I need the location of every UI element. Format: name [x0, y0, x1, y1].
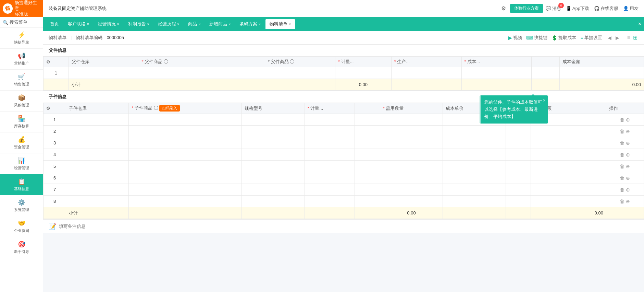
- child-row-3-qty[interactable]: [380, 137, 443, 149]
- sidebar-item-system[interactable]: ⚙️ 系统管理: [0, 195, 43, 216]
- child-row-6-qty[interactable]: [380, 172, 443, 184]
- copy-icon-8[interactable]: ⊕: [626, 199, 630, 204]
- delete-icon-6[interactable]: 🗑: [620, 175, 624, 181]
- tab-bom-close[interactable]: ×: [289, 22, 291, 26]
- child-row-1-qty[interactable]: [380, 114, 443, 126]
- child-row-2-product[interactable]: [129, 126, 242, 137]
- scan-button[interactable]: 扫码录入: [159, 105, 180, 112]
- tab-bom[interactable]: 物料清单 ×: [265, 19, 295, 29]
- tab-profit-report-close[interactable]: ×: [147, 22, 149, 26]
- sidebar-item-basic-info[interactable]: 📋 基础信息: [0, 174, 43, 195]
- copy-icon-7[interactable]: ⊕: [626, 187, 630, 192]
- child-row-1-unit[interactable]: [305, 114, 355, 126]
- child-row-5-product[interactable]: [129, 161, 242, 172]
- sidebar-item-inventory[interactable]: 🏪 库存核算: [0, 112, 43, 132]
- tab-ops-history[interactable]: 经营历程 ×: [154, 19, 184, 29]
- tab-products[interactable]: 商品 ×: [184, 19, 205, 29]
- child-row-6-unit[interactable]: [305, 172, 355, 184]
- copy-icon-2[interactable]: ⊕: [626, 129, 630, 134]
- child-row-7-qty[interactable]: [380, 184, 443, 196]
- child-row-3-product[interactable]: [129, 137, 242, 149]
- online-service-action[interactable]: 🎧 在线客服: [594, 5, 618, 12]
- child-row-7-product[interactable]: [129, 184, 242, 196]
- trial-button[interactable]: 体验行业方案: [510, 4, 543, 13]
- tab-customers-close[interactable]: ×: [87, 22, 89, 26]
- child-row-2-unit[interactable]: [305, 126, 355, 137]
- child-row-8-unit-cost[interactable]: [443, 196, 506, 207]
- child-row-1-spec[interactable]: [242, 114, 305, 126]
- child-row-5-unit[interactable]: [305, 161, 355, 172]
- parent-row-1-warehouse[interactable]: [69, 67, 139, 79]
- sidebar-item-purchase[interactable]: 📦 采购管理: [0, 91, 43, 112]
- delete-icon-8[interactable]: 🗑: [620, 199, 624, 204]
- sidebar-item-marketing[interactable]: 📢 营销推广: [0, 49, 43, 70]
- note-input[interactable]: [59, 224, 639, 229]
- child-row-7-unit[interactable]: [305, 184, 355, 196]
- tab-profit-report[interactable]: 利润报告 ×: [124, 19, 153, 29]
- copy-icon-5[interactable]: ⊕: [626, 164, 630, 169]
- copy-icon-1[interactable]: ⊕: [626, 117, 630, 122]
- child-row-3-unit[interactable]: [305, 137, 355, 149]
- child-row-4-unit[interactable]: [305, 149, 355, 161]
- tooltip-close[interactable]: ×: [543, 97, 545, 104]
- child-row-8-unit[interactable]: [305, 196, 355, 207]
- grid-view-btn[interactable]: ⊞: [632, 34, 639, 42]
- user-action[interactable]: 👤 用友: [623, 5, 639, 12]
- sidebar-item-guide[interactable]: 🎯 新手引导: [0, 237, 43, 258]
- delete-icon-3[interactable]: 🗑: [620, 140, 624, 146]
- parent-row-1-cost[interactable]: [461, 67, 532, 79]
- child-row-8-warehouse[interactable]: [66, 196, 129, 207]
- list-view-btn[interactable]: ≡: [626, 34, 631, 42]
- delete-icon-4[interactable]: 🗑: [620, 152, 624, 157]
- message-action[interactable]: 💬 消息 6: [546, 5, 561, 12]
- child-row-7-unit-cost[interactable]: [443, 184, 506, 196]
- sidebar-item-finance[interactable]: 💰 资金管理: [0, 132, 43, 153]
- cost-action[interactable]: 💲 提取成本: [552, 35, 576, 41]
- child-row-5-qty[interactable]: [380, 161, 443, 172]
- sidebar-item-operations[interactable]: 📊 经营管理: [0, 153, 43, 174]
- child-row-2-unit-cost[interactable]: [443, 126, 506, 137]
- tab-new-product[interactable]: 新增商品 ×: [205, 19, 235, 29]
- tab-customers[interactable]: 客户联络 ×: [64, 19, 93, 29]
- child-row-3-unit-cost[interactable]: [443, 137, 506, 149]
- child-row-2-warehouse[interactable]: [66, 126, 129, 137]
- settings-icon[interactable]: ⚙: [500, 4, 507, 13]
- delete-icon-2[interactable]: 🗑: [620, 129, 624, 134]
- child-col-settings[interactable]: ⚙: [44, 103, 66, 114]
- breadcrumb-bom[interactable]: 物料清单: [49, 35, 66, 41]
- child-row-7-spec[interactable]: [242, 184, 305, 196]
- child-row-8-product[interactable]: [129, 196, 242, 207]
- child-row-8-qty[interactable]: [380, 196, 443, 207]
- tab-operations-status-close[interactable]: ×: [117, 22, 119, 26]
- delete-icon-7[interactable]: 🗑: [620, 187, 624, 192]
- child-row-7-warehouse[interactable]: [66, 184, 129, 196]
- delete-icon-1[interactable]: 🗑: [620, 117, 624, 122]
- copy-icon-4[interactable]: ⊕: [626, 152, 630, 157]
- parent-row-1-spec[interactable]: [265, 67, 335, 79]
- search-menu[interactable]: 🔍 搜索菜单: [0, 17, 43, 28]
- child-row-3-warehouse[interactable]: [66, 137, 129, 149]
- tab-products-close[interactable]: ×: [198, 22, 200, 26]
- child-row-6-product[interactable]: [129, 172, 242, 184]
- child-row-1-warehouse[interactable]: [66, 114, 129, 126]
- tab-barcode[interactable]: 条码方案 ×: [235, 19, 265, 29]
- sidebar-item-enterprise[interactable]: 🤝 企业协同: [0, 216, 43, 237]
- child-row-2-qty[interactable]: [380, 126, 443, 137]
- child-row-4-qty[interactable]: [380, 149, 443, 161]
- child-row-5-warehouse[interactable]: [66, 161, 129, 172]
- prev-arrow[interactable]: ◀: [606, 34, 613, 41]
- child-row-4-warehouse[interactable]: [66, 149, 129, 161]
- parent-row-1-product[interactable]: [139, 67, 265, 79]
- sidebar-item-quick-nav[interactable]: ⚡ 快捷导航: [0, 28, 43, 49]
- child-row-8-spec[interactable]: [242, 196, 305, 207]
- parent-row-1-unit[interactable]: [335, 67, 391, 79]
- parent-col-settings[interactable]: ⚙: [44, 57, 69, 67]
- close-all-tabs[interactable]: ×: [638, 21, 641, 27]
- view-action[interactable]: ▶ 视频: [508, 35, 522, 41]
- sidebar-item-sales[interactable]: 🛒 销售管理: [0, 70, 43, 91]
- child-row-4-unit-cost[interactable]: [443, 149, 506, 161]
- child-row-5-spec[interactable]: [242, 161, 305, 172]
- child-row-4-product[interactable]: [129, 149, 242, 161]
- tab-barcode-close[interactable]: ×: [259, 22, 261, 26]
- child-row-3-spec[interactable]: [242, 137, 305, 149]
